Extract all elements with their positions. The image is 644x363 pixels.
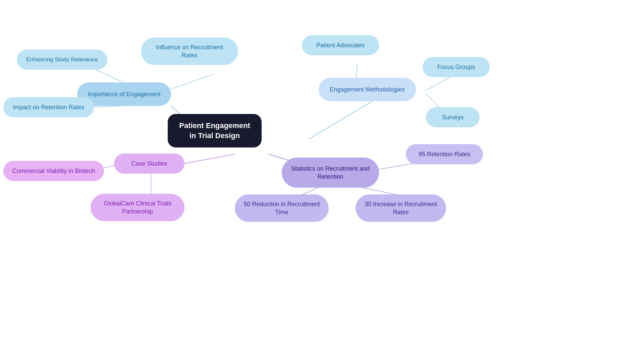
increase-rates-node[interactable]: 30 Increase in Recruitment Rates xyxy=(356,194,446,222)
enhancing-study-label: Enhancing Study Relevance xyxy=(26,56,98,64)
influence-recruitment-label: Influence on Recruitment Rates xyxy=(148,43,231,60)
statistics-label: Statistics on Recruitment and Retention xyxy=(289,165,372,181)
focus-groups-node[interactable]: Focus Groups xyxy=(423,57,490,77)
case-studies-node[interactable]: Case Studies xyxy=(114,154,184,174)
retention-rates-node[interactable]: 95 Retention Rates xyxy=(406,144,483,164)
influence-recruitment-node[interactable]: Influence on Recruitment Rates xyxy=(141,38,238,65)
svg-line-1 xyxy=(309,98,377,139)
commercial-viability-node[interactable]: Commercial Viability in Biotech xyxy=(3,161,104,181)
statistics-node[interactable]: Statistics on Recruitment and Retention xyxy=(282,158,379,188)
svg-line-5 xyxy=(171,74,213,89)
engagement-methodologies-label: Engagement Methodologies xyxy=(330,85,405,94)
surveys-label: Surveys xyxy=(442,113,464,121)
reduction-time-label: 50 Reduction in Recruitment Time xyxy=(242,200,321,217)
globalcare-label: GlobalCare Clinical Trials Partnership xyxy=(98,199,177,216)
enhancing-study-node[interactable]: Enhancing Study Relevance xyxy=(17,50,107,70)
impact-retention-label: Impact on Retention Rates xyxy=(13,103,84,111)
reduction-time-node[interactable]: 50 Reduction in Recruitment Time xyxy=(235,194,329,222)
svg-line-8 xyxy=(426,75,453,90)
focus-groups-label: Focus Groups xyxy=(437,63,475,71)
center-label: Patient Engagement in Trial Design xyxy=(175,121,254,140)
retention-rates-label: 95 Retention Rates xyxy=(419,150,470,158)
engagement-methodologies-node[interactable]: Engagement Methodologies xyxy=(319,78,416,101)
patient-advocates-node[interactable]: Patient Advocates xyxy=(302,35,379,55)
commercial-viability-label: Commercial Viability in Biotech xyxy=(12,167,95,175)
surveys-node[interactable]: Surveys xyxy=(426,107,480,127)
case-studies-label: Case Studies xyxy=(131,160,167,168)
impact-retention-node[interactable]: Impact on Retention Rates xyxy=(3,97,94,117)
patient-advocates-label: Patient Advocates xyxy=(316,41,365,49)
importance-engagement-label: Importance of Engagement xyxy=(88,90,160,98)
center-node[interactable]: Patient Engagement in Trial Design xyxy=(168,114,262,147)
globalcare-node[interactable]: GlobalCare Clinical Trials Partnership xyxy=(91,194,184,221)
increase-rates-label: 30 Increase in Recruitment Rates xyxy=(363,200,439,217)
